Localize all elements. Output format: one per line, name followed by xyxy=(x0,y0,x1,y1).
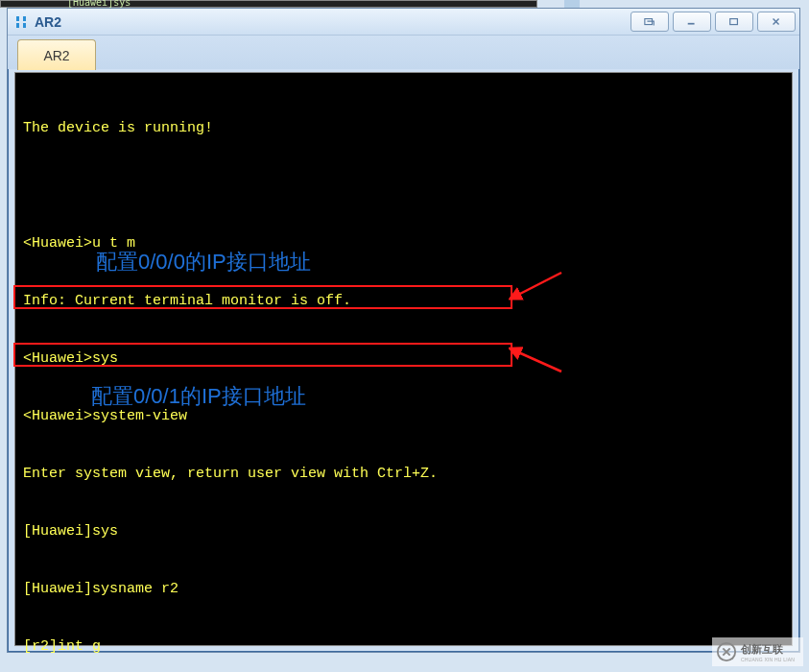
svg-rect-2 xyxy=(730,18,738,24)
tab-ar2[interactable]: AR2 xyxy=(17,39,96,70)
watermark: 创新互联 CHUANG XIN HU LIAN xyxy=(712,637,803,666)
watermark-icon xyxy=(716,641,737,662)
watermark-brand: 创新互联 xyxy=(741,642,795,657)
term-line: <Huawei>u t m xyxy=(23,234,784,253)
top-strip: [Huawei]sys xyxy=(0,0,809,8)
app-icon xyxy=(13,14,29,30)
top-strip-text: [Huawei]sys xyxy=(67,0,131,8)
window-controls xyxy=(631,12,796,32)
app-window: AR2 AR2 The device is running! <Huawei>u… xyxy=(7,8,800,653)
term-line: <Huawei>sys xyxy=(23,349,784,369)
window-extra-button[interactable] xyxy=(631,12,669,32)
watermark-sub: CHUANG XIN HU LIAN xyxy=(741,657,795,662)
term-line: The device is running! xyxy=(23,119,784,138)
maximize-button[interactable] xyxy=(715,12,753,32)
term-line: [r2]int g xyxy=(23,637,784,657)
tab-row: AR2 xyxy=(8,36,799,69)
minimize-button[interactable] xyxy=(673,12,711,32)
terminal[interactable]: The device is running! <Huawei>u t m Inf… xyxy=(14,72,793,646)
term-line: [Huawei]sysname r2 xyxy=(23,580,784,599)
watermark-text: 创新互联 CHUANG XIN HU LIAN xyxy=(741,642,795,662)
term-line: [Huawei]sys xyxy=(23,522,784,541)
top-icon-fragment xyxy=(564,0,580,8)
titlebar: AR2 xyxy=(8,9,799,36)
term-line: Enter system view, return user view with… xyxy=(23,465,784,484)
term-line: Info: Current terminal monitor is off. xyxy=(23,292,784,311)
tab-label: AR2 xyxy=(43,48,69,63)
term-line xyxy=(23,177,784,196)
close-button[interactable] xyxy=(757,12,796,32)
window-title: AR2 xyxy=(35,14,61,30)
term-line: <Huawei>system-view xyxy=(23,407,784,426)
